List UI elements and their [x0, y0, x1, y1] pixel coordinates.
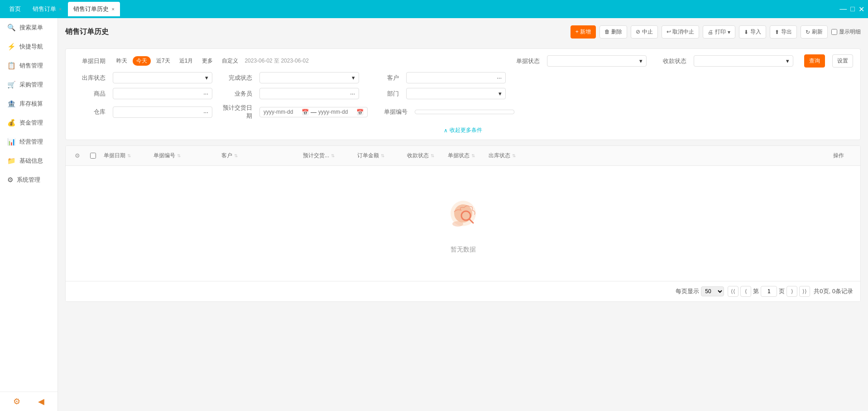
toolbar: + 新增 🗑 删除 ⊘ 中止 ↩ 取消中止 🖨 打印 ▾ ⬇ 导入 ⬆ 导出 — [571, 25, 861, 39]
tab-home[interactable]: 首页 — [4, 2, 26, 16]
page-navigation: ⟨⟨ ⟨ 第 页 ⟩ ⟩⟩ — [728, 286, 810, 297]
tab-sales-order[interactable]: 销售订单 × — [27, 2, 67, 16]
page-next-btn[interactable]: ⟩ — [786, 286, 797, 297]
th-date[interactable]: 单据日期 ⇅ — [100, 152, 150, 160]
cancel-stop-button[interactable]: ↩ 取消中止 — [662, 25, 699, 39]
window-min-btn[interactable]: — — [839, 5, 847, 13]
th-no[interactable]: 单据编号 ⇅ — [150, 152, 218, 160]
date-filter-label: 单据日期 — [73, 57, 106, 65]
new-button[interactable]: + 新增 — [571, 25, 596, 39]
import-button[interactable]: ⬇ 导入 — [739, 25, 766, 39]
delete-button[interactable]: 🗑 删除 — [599, 25, 627, 39]
stop-button[interactable]: ⊘ 中止 — [631, 25, 657, 39]
delivery-date-range[interactable]: 📅 — 📅 — [259, 107, 368, 117]
delivery-calendar-from[interactable]: 📅 — [302, 109, 309, 116]
delivery-to-input[interactable] — [318, 109, 355, 115]
order-status-label: 单据状态 — [507, 57, 540, 65]
chip-today[interactable]: 今天 — [133, 56, 151, 66]
per-page-select[interactable]: 10 20 50 100 — [701, 286, 724, 296]
th-date-sort: ⇅ — [127, 153, 131, 158]
pagination-bar: 每页显示 10 20 50 100 ⟨⟨ ⟨ 第 页 ⟩ ⟩⟩ — [66, 281, 860, 301]
export-label: 导出 — [781, 28, 792, 36]
query-button[interactable]: 查询 — [804, 54, 825, 68]
salesperson-label: 业务员 — [220, 90, 252, 98]
export-button[interactable]: ⬆ 导出 — [770, 25, 797, 39]
complete-status-select[interactable]: ▾ — [259, 72, 359, 83]
table-container: ⚙ 单据日期 ⇅ 单据编号 ⇅ 客户 ⇅ 预计交货... — [65, 145, 861, 302]
sidebar-item-system[interactable]: ⚙ 系统管理 — [0, 170, 58, 189]
sidebar-item-search[interactable]: 🔍 搜索菜单 — [0, 18, 58, 37]
show-detail-toggle[interactable]: 显示明细 — [831, 28, 861, 36]
table-settings-btn[interactable]: ⚙ — [69, 152, 86, 159]
page-prev-btn[interactable]: ⟨ — [740, 286, 751, 297]
th-order-status[interactable]: 单据状态 ⇅ — [444, 152, 485, 160]
select-all-checkbox[interactable] — [90, 153, 96, 159]
sidebar-item-purchase[interactable]: 🛒 采购管理 — [0, 75, 58, 94]
tab-sales-order-close[interactable]: × — [59, 6, 62, 12]
dept-label: 部门 — [366, 90, 399, 98]
tab-sales-order-history-close[interactable]: × — [111, 6, 114, 12]
chip-yesterday[interactable]: 昨天 — [113, 56, 131, 66]
out-status-select[interactable]: ▾ — [113, 72, 212, 83]
top-bar: 首页 销售订单 × 销售订单历史 × — □ ✕ — [0, 0, 868, 18]
tab-sales-order-history-label: 销售订单历史 — [73, 5, 109, 13]
sidebar-item-sales[interactable]: 📋 销售管理 — [0, 56, 58, 75]
sidebar-item-basic-info[interactable]: 📁 基础信息 — [0, 151, 58, 170]
refresh-label: 刷新 — [812, 28, 823, 36]
goods-select[interactable]: ··· — [113, 88, 212, 99]
dept-select[interactable]: ▾ — [406, 88, 506, 99]
order-no-input[interactable] — [415, 110, 514, 114]
sidebar-settings-icon[interactable]: ⚙ — [13, 396, 20, 406]
th-customer[interactable]: 客户 ⇅ — [218, 152, 299, 160]
chip-custom[interactable]: 自定义 — [218, 56, 242, 66]
page-last-btn[interactable]: ⟩⟩ — [799, 286, 810, 297]
sidebar-collapse-icon[interactable]: ◀ — [38, 396, 44, 406]
filter-row-1: 单据日期 昨天 今天 近7天 近1月 更多 自定义 2023-06-02 至 2… — [73, 54, 853, 68]
order-status-select[interactable]: ▾ — [547, 55, 647, 67]
chip-1month[interactable]: 近1月 — [176, 56, 197, 66]
tab-sales-order-history[interactable]: 销售订单历史 × — [68, 2, 120, 16]
page-first-btn[interactable]: ⟨⟨ — [728, 286, 739, 297]
purchase-icon: 🛒 — [7, 81, 16, 89]
sidebar-item-capital[interactable]: 💰 资金管理 — [0, 113, 58, 132]
sidebar-item-operation[interactable]: 📊 经营管理 — [0, 132, 58, 151]
delivery-calendar-to[interactable]: 📅 — [356, 109, 364, 116]
collapse-row[interactable]: ∧ 收起更多条件 — [73, 125, 853, 134]
settings-filter-button[interactable]: 设置 — [832, 54, 853, 68]
page-label2: 页 — [779, 287, 785, 295]
date-chips: 昨天 今天 近7天 近1月 更多 自定义 — [113, 56, 242, 66]
th-amount[interactable]: 订单金额 ⇅ — [354, 152, 403, 160]
import-label: 导入 — [750, 28, 761, 36]
refresh-button[interactable]: ↻ 刷新 — [801, 25, 828, 39]
sidebar-item-quick-nav[interactable]: ⚡ 快捷导航 — [0, 37, 58, 56]
th-out-status[interactable]: 出库状态 ⇅ — [485, 152, 526, 160]
window-max-btn[interactable]: □ — [850, 5, 855, 13]
customer-select[interactable]: ··· — [406, 72, 506, 83]
page-num-input[interactable] — [761, 286, 777, 297]
print-button[interactable]: 🖨 打印 ▾ — [703, 25, 735, 39]
sidebar-item-capital-label: 资金管理 — [19, 119, 43, 127]
payment-status-select[interactable]: ▾ — [694, 55, 793, 67]
chip-more[interactable]: 更多 — [198, 56, 216, 66]
th-pay-status[interactable]: 收款状态 ⇅ — [403, 152, 444, 160]
date-filter-value: 昨天 今天 近7天 近1月 更多 自定义 2023-06-02 至 2023-0… — [113, 56, 500, 66]
date-range-text: 2023-06-02 至 2023-06-02 — [245, 57, 308, 65]
show-detail-checkbox[interactable] — [831, 29, 837, 35]
sidebar-item-inventory[interactable]: 🏦 库存核算 — [0, 94, 58, 113]
salesperson-dots: ··· — [350, 90, 355, 97]
sidebar: 🔍 搜索菜单 ⚡ 快捷导航 📋 销售管理 🛒 采购管理 🏦 库存核算 💰 资金管… — [0, 18, 58, 411]
empty-state: 暂无数据 — [66, 166, 860, 281]
page-size-selector[interactable]: 每页显示 10 20 50 100 — [676, 286, 724, 296]
per-page-label: 每页显示 — [676, 287, 699, 295]
th-delivery[interactable]: 预计交货... ⇅ — [299, 152, 354, 160]
filter-row-4: 仓库 ··· 预计交货日期 📅 — 📅 单据编号 — [73, 104, 853, 120]
warehouse-select[interactable]: ··· — [113, 106, 212, 118]
chip-7days[interactable]: 近7天 — [153, 56, 174, 66]
delivery-from-input[interactable] — [264, 109, 300, 115]
window-close-btn[interactable]: ✕ — [858, 5, 864, 14]
export-icon: ⬆ — [775, 29, 779, 35]
warehouse-dots: ··· — [203, 109, 208, 116]
salesperson-select[interactable]: ··· — [259, 88, 359, 99]
th-order-sort: ⇅ — [471, 153, 475, 158]
table-select-all[interactable] — [86, 153, 100, 159]
